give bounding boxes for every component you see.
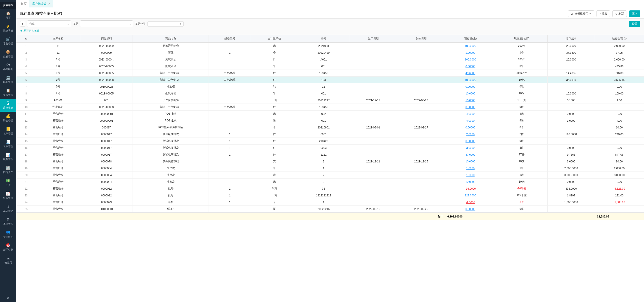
product-dots[interactable]: … [126,21,133,27]
sidebar-label-ops: 经营管理 [3,196,13,200]
table-row: 14 营营经仓 0000017 测试电商批次 1 件 0001 2.0000 2… [16,131,644,138]
cell-spec [209,158,251,165]
cell-exp-date [397,185,445,192]
cell-stock-qty[interactable]: 100.0000 [445,77,496,83]
cell-stock-qty[interactable]: -1.0000 [445,199,496,206]
sidebar-item-quick-nav[interactable]: ⚡ 快捷导航 [0,22,16,35]
sidebar-item-inventory[interactable]: 🗄 库存核算 [0,99,16,112]
sidebar-item-system[interactable]: ⚙ 系统管理 [0,215,16,228]
warehouse-filter[interactable]: … [27,20,71,27]
sidebar-item-general[interactable]: 📒 总账管理 [0,125,16,137]
cell-stock-qty[interactable]: 0.00000 [445,206,496,213]
cell-stock-qty[interactable]: 0.00000 [445,83,496,90]
cell-product-name: 批号 [133,192,209,199]
cell-settle-amount: 10.00 [595,124,644,131]
cell-stock-qty[interactable]: 1.00000 [445,49,496,56]
cell-settle-cost: 3.0000 [548,158,595,165]
sidebar-item-ops[interactable]: 📈 经营管理 [0,189,16,202]
table-row: 18 营营经仓 0000078 多头黑色软线 支 2 2021-12-21 20… [16,158,644,165]
sidebar-item-ecommerce[interactable]: 💻 电商管理 [0,73,16,86]
cell-product-code: 0023-0000… [80,56,133,63]
sidebar-logo[interactable]: 搜索菜单 [0,2,16,9]
warehouse-input[interactable] [27,21,64,27]
sidebar-item-cloud[interactable]: ☁ 云应用 [0,254,16,267]
cell-stock-qty[interactable]: 3.0000 [445,144,496,151]
cell-seq: 4 [16,63,36,70]
cell-stock-qty[interactable]: 87.0000 [445,151,496,158]
cell-exp-date [397,199,445,206]
refresh-button[interactable]: ↻ 刷新 [612,11,627,17]
cell-stock-qty[interactable]: 10.0000 [445,158,496,165]
cloud-icon: ☁ [6,256,10,260]
warehouse-dots[interactable]: … [64,21,71,27]
sidebar-item-assets[interactable]: 💰 资金管理 [0,112,16,125]
cell-stock-qty[interactable]: 0.00000 [445,124,496,131]
cell-unit: 斤 [251,56,298,63]
cell-settle-amount [595,104,644,111]
cell-stock-qty[interactable]: 2.0000 [445,131,496,138]
cell-stock-qty2: 10包 [496,77,548,83]
cell-stock-qty[interactable]: 122.0000 [445,192,496,199]
cell-exp-date [397,56,445,63]
sidebar-item-small-ecommerce[interactable]: 🛍 小施电商 [0,61,16,73]
settle-amount-info-icon[interactable]: ① [624,37,626,40]
sidebar-item-collab[interactable]: 👥 企业协同 [0,228,16,241]
cell-stock-qty[interactable]: 4.0000 [445,117,496,124]
category-select[interactable]: ▼ [148,21,184,27]
sidebar-item-home[interactable]: 🏠 首页 [0,9,16,22]
cell-product-code: 0023-00008 [80,104,133,111]
tab-close-icon[interactable]: ✕ [48,2,50,6]
cell-product-code: 0000084 [80,165,133,172]
cell-stock-qty[interactable]: 10.0000 [445,179,496,185]
cell-stock-qty[interactable]: 1.0000 [445,172,496,179]
cell-stock-qty[interactable]: 0.00000 [445,138,496,144]
cell-spec [209,111,251,117]
expand-toggle-button[interactable]: ▶ [20,21,25,27]
cell-product-code: 0000017 [80,131,133,138]
print-button[interactable]: 🖨 按模板打印 ▼ [568,11,594,17]
cell-seq: 6 [16,77,36,83]
cell-spec: 白色/奶棕 [209,70,251,77]
cell-prod-date [349,117,397,124]
tab-home[interactable]: 首页 [18,0,30,8]
cell-stock-qty[interactable]: 100.0000 [445,56,496,63]
query-button[interactable]: 查询 [629,11,640,17]
sidebar-item-fixed-assets[interactable]: 🏢 固定资产 [0,163,16,176]
sidebar-item-basic[interactable]: ℹ 基础信息 [0,202,16,215]
sidebar-item-hr[interactable]: 💵 工资 [0,176,16,189]
sidebar-item-invoice[interactable]: 🧾 发票管理 [0,137,16,150]
col-seq: ⚙ [16,35,36,43]
cell-stock-qty[interactable]: 100.0000 [445,43,496,49]
cell-stock-qty[interactable]: 0.00000 [445,63,496,70]
cell-batch-no: 3 [298,179,349,185]
cell-seq: 16 [16,144,36,151]
product-filter[interactable]: … [80,20,133,27]
col-warehouse: 仓库名称 [36,35,80,43]
cell-stock-qty2: 122千克 [496,192,548,199]
cell-unit: 米 [251,165,298,172]
cell-stock-qty[interactable]: 4.0000 [445,111,496,117]
sidebar-item-tax[interactable]: 📊 税务管理 [0,150,16,163]
export-button[interactable]: ↑ 导出 [596,11,610,17]
tab-inventory-batch[interactable]: 库存批次盘 ✕ [30,0,53,8]
cell-stock-qty[interactable]: 49.6000 [445,70,496,77]
retail-icon: 🛒 [6,37,10,41]
cell-product-name: 批次遍验 [133,63,209,70]
cell-product-code: 0000078 [80,158,133,165]
sidebar-item-newbie[interactable]: 🎯 新手引导 [0,241,16,254]
sidebar-item-batch[interactable]: 📦 批发管理 [0,48,16,61]
settings-button[interactable]: 设置 [629,21,640,27]
cell-stock-qty[interactable]: 10.0000 [445,90,496,97]
sidebar-item-purchase[interactable]: 📋 采购管理 [0,86,16,99]
sidebar-item-retail[interactable]: 🛒 零售管理 [0,35,16,48]
product-input[interactable] [80,21,126,27]
cell-stock-qty[interactable]: 1.0000 [445,165,496,172]
cell-stock-qty[interactable]: -16.0000 [445,185,496,192]
expand-conditions-button[interactable]: ▼ 展开更多条件 [20,29,40,33]
cell-exp-date [397,144,445,151]
settings-col-icon[interactable]: ⚙ [25,37,27,40]
cell-stock-qty[interactable]: 0.00000 [445,104,496,111]
sidebar-settings-bottom[interactable]: ⚙ [0,294,16,302]
cell-stock-qty[interactable]: 10.0000 [445,97,496,104]
cell-stock-qty2: 10支 [496,158,548,165]
